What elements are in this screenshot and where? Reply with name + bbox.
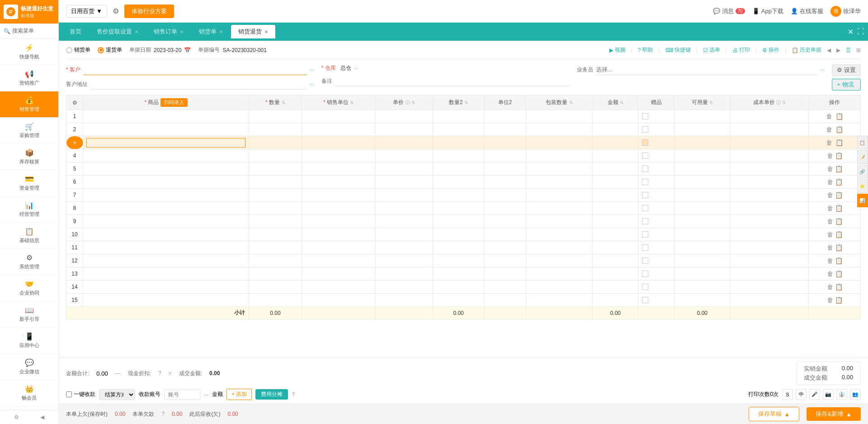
shortcut-btn[interactable]: ⌨ 快捷键 bbox=[665, 46, 691, 54]
sort-cost-icon[interactable]: ⇅ bbox=[782, 100, 786, 105]
message-btn[interactable]: 💬 消息 70 bbox=[713, 7, 745, 15]
delete-btn[interactable]: 🗑 bbox=[826, 204, 834, 213]
calendar-icon[interactable]: 📅 bbox=[184, 47, 191, 53]
save-draft-btn[interactable]: 保存草稿 ▲ bbox=[749, 407, 800, 421]
copy-btn[interactable]: 📋 bbox=[834, 177, 844, 186]
sidebar-item-guide[interactable]: 📖 新手引导 bbox=[0, 301, 58, 328]
prev-icon[interactable]: ◀ bbox=[827, 47, 831, 53]
history-btn[interactable]: 📋 历史单据 bbox=[792, 46, 821, 54]
settings-icon[interactable]: ⚙ bbox=[113, 7, 119, 15]
delete-btn[interactable]: 🗑 bbox=[826, 191, 834, 200]
rp-btn-4[interactable]: ⭐ bbox=[857, 179, 868, 193]
customer-select-btn[interactable]: ··· bbox=[310, 67, 314, 73]
available-3[interactable] bbox=[674, 136, 730, 149]
discount-help-icon[interactable]: ? bbox=[158, 370, 161, 376]
copy-btn[interactable]: 📋 bbox=[834, 230, 844, 239]
cost-1[interactable] bbox=[730, 110, 808, 123]
unit-2[interactable] bbox=[302, 123, 375, 136]
sort-avail-icon[interactable]: ⇅ bbox=[709, 100, 713, 105]
add-logistics-btn[interactable]: + 物流 bbox=[832, 79, 861, 91]
delete-btn[interactable]: 🗑 bbox=[826, 256, 834, 265]
add-row-btn[interactable]: + bbox=[70, 138, 79, 147]
grid-view-icon[interactable]: ⊞ bbox=[856, 47, 861, 53]
close-icon[interactable]: ✕ bbox=[135, 29, 138, 34]
online-service-btn[interactable]: 👤 在线客服 bbox=[791, 7, 823, 15]
tab-home[interactable]: 首页 bbox=[62, 25, 89, 38]
sidebar-item-finance[interactable]: 💳 资金管理 bbox=[0, 170, 58, 196]
pkg-3[interactable] bbox=[526, 136, 593, 149]
sidebar-item-quick-nav[interactable]: ⚡ 快捷导航 bbox=[0, 39, 58, 65]
address-input[interactable] bbox=[90, 79, 307, 90]
staff-input[interactable] bbox=[596, 64, 818, 75]
user-profile[interactable]: 徐 徐泽华 bbox=[830, 6, 861, 17]
unit2-3[interactable] bbox=[484, 136, 526, 149]
save-new-btn[interactable]: 保存&新增 ▲ bbox=[807, 407, 861, 421]
qty2-1[interactable] bbox=[433, 110, 484, 123]
one-click-pay-label[interactable]: 一键收款 bbox=[66, 391, 95, 398]
search-menu[interactable]: 🔍 搜索菜单 bbox=[0, 24, 58, 39]
qty2-3[interactable] bbox=[433, 136, 484, 149]
help-btn[interactable]: ? 帮助 bbox=[638, 46, 653, 54]
copy-btn[interactable]: 📋 bbox=[834, 217, 844, 226]
rp-btn-2[interactable]: 📝 bbox=[857, 150, 868, 164]
pkg-2[interactable] bbox=[526, 123, 593, 136]
one-click-pay-checkbox[interactable] bbox=[66, 391, 72, 397]
customer-input[interactable] bbox=[83, 64, 307, 75]
qty-2[interactable] bbox=[249, 123, 302, 136]
amount-2[interactable] bbox=[593, 123, 638, 136]
next-icon[interactable]: ▶ bbox=[836, 47, 840, 53]
unit-3[interactable] bbox=[302, 136, 375, 149]
app-download-btn[interactable]: 📱 App下载 bbox=[752, 7, 783, 15]
copy-btn[interactable]: 📋 bbox=[834, 191, 844, 200]
fullscreen-btn[interactable]: ⛶ bbox=[857, 28, 864, 36]
copy-btn[interactable]: 📋 bbox=[834, 204, 844, 213]
icon-s[interactable]: S bbox=[782, 389, 793, 400]
fee-split-btn[interactable]: 费用分摊 bbox=[255, 389, 288, 400]
delete-btn[interactable]: 🗑 bbox=[826, 151, 834, 160]
tab-price-settings[interactable]: 售价提取设置 ✕ bbox=[90, 25, 146, 38]
delete-btn[interactable]: 🗑 bbox=[826, 217, 834, 226]
cost-3[interactable] bbox=[730, 136, 808, 149]
sort-qty2-icon[interactable]: ⇅ bbox=[464, 100, 468, 105]
delete-btn[interactable]: 🗑 bbox=[826, 295, 834, 305]
available-1[interactable] bbox=[674, 110, 730, 123]
cost-2[interactable] bbox=[730, 123, 808, 136]
price-3[interactable] bbox=[375, 136, 433, 149]
gift-1[interactable] bbox=[638, 110, 674, 123]
copy-btn-2[interactable]: 📋 bbox=[835, 125, 844, 134]
icon-people[interactable]: 👥 bbox=[850, 389, 861, 400]
sidebar-item-cooperation[interactable]: 🤝 企业协同 bbox=[0, 275, 58, 301]
sidebar-item-marketing[interactable]: 📢 营销推广 bbox=[0, 65, 58, 91]
sidebar-item-basic[interactable]: 📋 基础信息 bbox=[0, 223, 58, 249]
delete-btn[interactable]: 🗑 bbox=[826, 230, 834, 239]
address-select-btn[interactable]: ··· bbox=[310, 81, 314, 87]
copy-btn[interactable]: 📋 bbox=[834, 282, 844, 291]
delete-btn-1[interactable]: 🗑 bbox=[825, 112, 833, 121]
experience-btn[interactable]: 体验行业方案 bbox=[124, 5, 174, 18]
copy-btn[interactable]: 📋 bbox=[834, 243, 844, 252]
rp-btn-1[interactable]: 📋 bbox=[857, 136, 868, 149]
rp-btn-3[interactable]: 🔗 bbox=[857, 165, 868, 178]
sidebar-item-operation[interactable]: 📊 经营管理 bbox=[0, 196, 58, 223]
product-3[interactable] bbox=[83, 136, 249, 149]
sidebar-item-wechat[interactable]: 💬 企业微信 bbox=[0, 354, 58, 380]
delete-btn[interactable]: 🗑 bbox=[826, 269, 834, 278]
radio-return[interactable]: 退货单 bbox=[98, 46, 122, 54]
copy-btn[interactable]: 📋 bbox=[834, 151, 844, 160]
sort-pkg-icon[interactable]: ⇅ bbox=[569, 100, 573, 105]
available-2[interactable] bbox=[674, 123, 730, 136]
list-view-icon[interactable]: ☰ bbox=[846, 47, 851, 53]
gift-2[interactable] bbox=[638, 123, 674, 136]
close-all-btn[interactable]: ✕ bbox=[848, 28, 854, 36]
setting-btn[interactable]: ⚙ 设置 bbox=[832, 64, 861, 76]
sort-unit-icon[interactable]: ⇅ bbox=[350, 100, 354, 105]
price-1[interactable] bbox=[375, 110, 433, 123]
copy-btn[interactable]: 📋 bbox=[834, 295, 844, 305]
print-btn[interactable]: 🖨 打印 bbox=[732, 46, 750, 54]
rp-btn-5[interactable]: 📊 bbox=[857, 194, 868, 207]
copy-btn[interactable]: 📋 bbox=[834, 256, 844, 265]
price-2[interactable] bbox=[375, 123, 433, 136]
pkg-1[interactable] bbox=[526, 110, 593, 123]
amount-1[interactable] bbox=[593, 110, 638, 123]
icon-shirt[interactable]: 👔 bbox=[836, 389, 847, 400]
